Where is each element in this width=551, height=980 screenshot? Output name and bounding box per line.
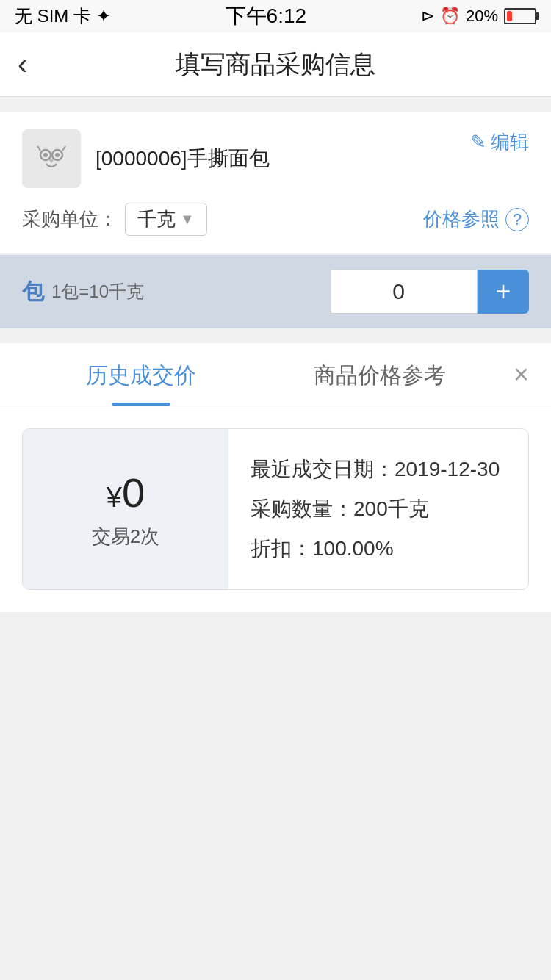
product-id: [0000006]手撕面包 [96,147,270,170]
history-price-left: ¥0 交易2次 [23,429,228,589]
recent-date-value: 2019-12-30 [395,458,500,480]
unit-row: 采购单位： 千克 ▼ 价格参照 ? [22,203,529,236]
status-right: ⊳ ⏰ 20% [421,7,536,26]
tabs-section: 历史成交价 商品价格参考 × ¥0 交易2次 最近成交日期：2019-12-30… [0,343,551,612]
unit-select[interactable]: 千克 ▼ [125,203,207,236]
unit-value: 千克 [137,206,176,232]
location-icon: ⊳ [421,7,434,26]
currency-symbol: ¥ [107,482,122,513]
alarm-icon: ⏰ [440,7,460,26]
status-bar: 无 SIM 卡 ✦ 下午6:12 ⊳ ⏰ 20% [0,0,551,32]
product-thumbnail [29,137,73,181]
svg-point-3 [55,153,60,157]
tab-content: ¥0 交易2次 最近成交日期：2019-12-30 采购数量：200千克 折扣：… [0,406,551,612]
price-reference-button[interactable]: 价格参照 ? [423,206,529,232]
status-time: 下午6:12 [226,2,307,30]
dropdown-arrow-icon: ▼ [180,211,195,228]
product-left: [0000006]手撕面包 [22,129,270,188]
package-icon: 包 [22,277,44,307]
recent-date-label: 最近成交日期： [251,458,395,480]
bottom-space [0,612,551,906]
history-price-right: 最近成交日期：2019-12-30 采购数量：200千克 折扣：100.00% [228,429,528,589]
history-price-card: ¥0 交易2次 最近成交日期：2019-12-30 采购数量：200千克 折扣：… [22,428,529,590]
help-icon: ? [505,208,529,231]
status-left: 无 SIM 卡 ✦ [15,4,111,28]
package-desc: 1包=10千克 [51,280,144,303]
quantity-bar: 包 1包=10千克 + [0,255,551,328]
product-name: [0000006]手撕面包 [96,145,270,173]
recent-date-row: 最近成交日期：2019-12-30 [251,455,506,483]
quantity-input-group: + [331,270,529,314]
sim-label: 无 SIM 卡 ✦ [15,4,111,28]
price-ref-label: 价格参照 [423,206,500,232]
page-title: 填写商品采购信息 [176,48,375,82]
price-value: 0 [122,469,145,516]
qty-row: 采购数量：200千克 [251,495,506,523]
quantity-label: 包 1包=10千克 [22,277,144,307]
discount-label: 折扣： [251,537,312,560]
tab-product-price-ref[interactable]: 商品价格参考 [260,343,498,406]
unit-label: 采购单位： [22,206,118,232]
tabs-header: 历史成交价 商品价格参考 × [0,343,551,406]
back-button[interactable]: ‹ [18,48,27,81]
edit-icon: ✎ [470,131,486,154]
edit-label: 编辑 [491,129,529,155]
qty-label: 采购数量： [251,497,353,520]
trades-count: 交易2次 [92,524,159,550]
product-header: [0000006]手撕面包 ✎ 编辑 [22,129,529,188]
qty-value: 200千克 [353,497,429,520]
battery-icon [504,8,536,24]
discount-value: 100.00% [312,537,394,560]
product-image [22,129,81,188]
quantity-input[interactable] [331,270,478,314]
edit-button[interactable]: ✎ 编辑 [470,129,529,155]
quantity-plus-button[interactable]: + [478,270,529,314]
tab-history-price[interactable]: 历史成交价 [22,343,260,406]
unit-left: 采购单位： 千克 ▼ [22,203,207,236]
discount-row: 折扣：100.00% [251,535,506,563]
product-card: [0000006]手撕面包 ✎ 编辑 采购单位： 千克 ▼ 价格参照 ? [0,112,551,253]
nav-bar: ‹ 填写商品采购信息 [0,32,551,97]
svg-point-2 [43,153,48,157]
battery-percent: 20% [466,7,498,26]
tab-close-button[interactable]: × [499,345,529,405]
price-amount: ¥0 [107,469,145,516]
